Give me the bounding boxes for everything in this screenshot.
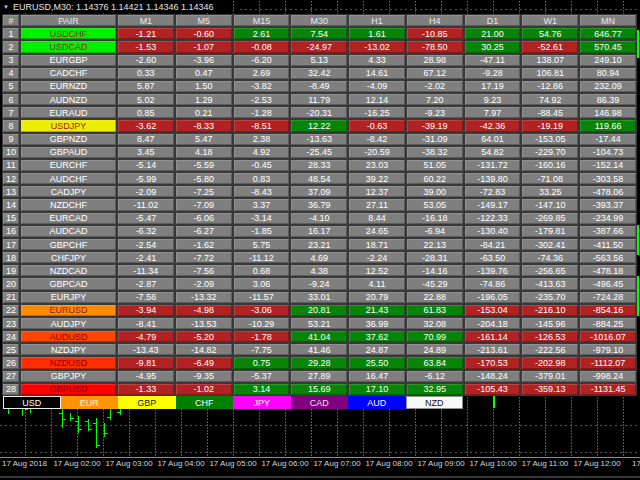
- value-cell: -11.02: [117, 198, 175, 211]
- row-index: 12: [2, 172, 20, 185]
- value-cell: -2.41: [117, 251, 175, 264]
- currency-button-chf[interactable]: CHF: [176, 396, 234, 409]
- pair-cell[interactable]: GBPCHF: [20, 238, 117, 251]
- value-cell: -25.45: [290, 146, 348, 159]
- value-cell: -145.96: [521, 317, 579, 330]
- column-header: W1: [521, 14, 579, 27]
- value-cell: 61.83: [406, 304, 464, 317]
- currency-button-aud[interactable]: AUD: [348, 396, 406, 409]
- pair-cell[interactable]: GBPCAD: [20, 277, 117, 290]
- value-cell: -4.10: [290, 212, 348, 225]
- value-cell: -1.21: [117, 27, 175, 40]
- value-cell: -153.04: [464, 304, 522, 317]
- value-cell: -393.37: [579, 198, 637, 211]
- value-cell: -10.29: [233, 317, 291, 330]
- value-cell: -45.29: [406, 277, 464, 290]
- row-index: 7: [2, 106, 20, 119]
- pair-cell[interactable]: GBPJPY: [20, 370, 117, 383]
- value-cell: -2.60: [117, 54, 175, 67]
- value-cell: -1.02: [175, 383, 233, 396]
- pair-cell[interactable]: EURCAD: [20, 212, 117, 225]
- pair-cell[interactable]: GBPNZD: [20, 133, 117, 146]
- pair-cell[interactable]: USDCHF: [20, 27, 117, 40]
- pair-cell[interactable]: AUDNZD: [20, 93, 117, 106]
- value-cell: -17.44: [579, 133, 637, 146]
- value-cell: 48.54: [290, 172, 348, 185]
- value-cell: -234.99: [579, 212, 637, 225]
- value-cell: -2.09: [175, 277, 233, 290]
- value-cell: 146.98: [579, 106, 637, 119]
- time-axis-label: 17 Aug 05:00: [209, 459, 256, 468]
- pair-cell[interactable]: CHFJPY: [20, 251, 117, 264]
- value-cell: 0.33: [117, 67, 175, 80]
- value-cell: -13.32: [175, 291, 233, 304]
- pair-cell[interactable]: AUDJPY: [20, 317, 117, 330]
- column-header: MN: [579, 14, 637, 27]
- value-cell: -6.27: [175, 225, 233, 238]
- value-cell: -7.09: [175, 198, 233, 211]
- value-cell: -1112.07: [579, 356, 637, 369]
- value-cell: -14.82: [175, 343, 233, 356]
- pair-cell[interactable]: EURUSD: [20, 304, 117, 317]
- value-cell: -28.31: [406, 251, 464, 264]
- row-index: 5: [2, 80, 20, 93]
- pair-cell[interactable]: NZDCAD: [20, 264, 117, 277]
- value-cell: 41.04: [290, 330, 348, 343]
- pair-cell[interactable]: EURGBP: [20, 54, 117, 67]
- value-cell: 12.52: [348, 264, 406, 277]
- currency-button-nzd[interactable]: NZD: [406, 396, 464, 409]
- time-axis[interactable]: 17 Aug 201817 Aug 02:0017 Aug 03:0017 Au…: [0, 459, 640, 470]
- pair-cell[interactable]: CADCHF: [20, 67, 117, 80]
- column-header: M5: [175, 14, 233, 27]
- candlestick: [96, 418, 97, 448]
- value-cell: 39.22: [348, 172, 406, 185]
- candlestick: [637, 276, 639, 316]
- candlestick: [59, 413, 62, 414]
- pair-cell[interactable]: AUDUSD: [20, 330, 117, 343]
- currency-button-usd[interactable]: USD: [3, 396, 61, 409]
- row-index: 1: [2, 27, 20, 40]
- pair-cell[interactable]: GBPUSD: [20, 383, 117, 396]
- pair-cell[interactable]: NZDCHF: [20, 198, 117, 211]
- value-cell: 86.39: [579, 93, 637, 106]
- value-cell: 20.81: [290, 304, 348, 317]
- pair-cell[interactable]: GBPAUD: [20, 146, 117, 159]
- value-cell: -3.62: [117, 119, 175, 132]
- value-cell: -63.50: [464, 251, 522, 264]
- pair-cell[interactable]: EURCHF: [20, 159, 117, 172]
- time-axis-label: 17 Aug 08:00: [365, 459, 412, 468]
- value-cell: -5.80: [175, 172, 233, 185]
- pair-cell[interactable]: EURAUD: [20, 106, 117, 119]
- value-cell: 24.65: [348, 225, 406, 238]
- value-cell: 2.38: [233, 133, 291, 146]
- value-cell: 5.02: [117, 93, 175, 106]
- currency-button-eur[interactable]: EUR: [61, 396, 119, 409]
- value-cell: 570.45: [579, 40, 637, 53]
- chart-dropdown-icon[interactable]: ▼: [3, 4, 9, 10]
- currency-button-gbp[interactable]: GBP: [118, 396, 176, 409]
- value-cell: -8.49: [290, 80, 348, 93]
- pair-cell[interactable]: NZDJPY: [20, 343, 117, 356]
- value-cell: 0.83: [233, 172, 291, 185]
- pair-cell[interactable]: CADJPY: [20, 185, 117, 198]
- pair-cell[interactable]: NZDUSD: [20, 356, 117, 369]
- value-cell: 70.99: [406, 330, 464, 343]
- pair-cell[interactable]: AUDCHF: [20, 172, 117, 185]
- value-cell: -12.86: [521, 80, 579, 93]
- candlestick: [493, 396, 495, 408]
- pair-cell[interactable]: EURNZD: [20, 80, 117, 93]
- pair-cell[interactable]: USDJPY: [20, 119, 117, 132]
- value-cell: 232.09: [579, 80, 637, 93]
- row-index: 15: [2, 212, 20, 225]
- row-index: 17: [2, 238, 20, 251]
- value-cell: 1.29: [175, 93, 233, 106]
- currency-button-jpy[interactable]: JPY: [233, 396, 291, 409]
- pair-cell[interactable]: USDCAD: [20, 40, 117, 53]
- pair-cell[interactable]: EURJPY: [20, 291, 117, 304]
- value-cell: -20.31: [290, 106, 348, 119]
- row-index: 2: [2, 40, 20, 53]
- currency-button-cad[interactable]: CAD: [291, 396, 349, 409]
- value-cell: 5.87: [117, 80, 175, 93]
- value-cell: -216.10: [521, 304, 579, 317]
- pair-cell[interactable]: AUDCAD: [20, 225, 117, 238]
